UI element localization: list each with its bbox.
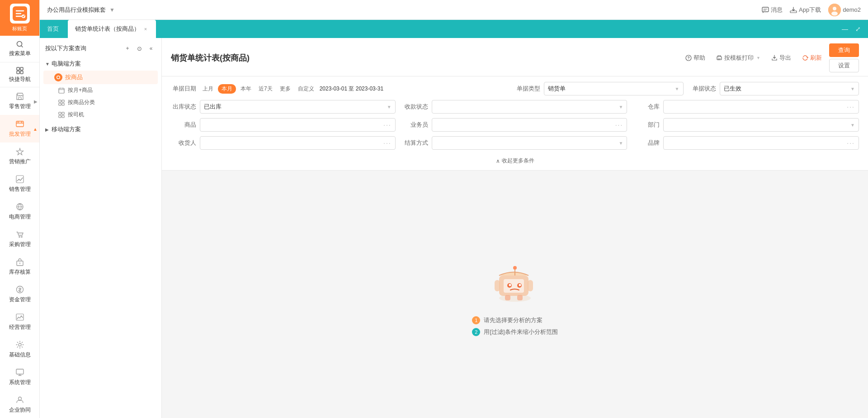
print-dropdown-icon[interactable]: ▼ bbox=[756, 56, 760, 60]
message-icon bbox=[762, 6, 769, 14]
date-label: 单据日期 bbox=[171, 85, 196, 93]
filter-date: 单据日期 上月 本月 本年 近7天 更多 自定义 2023-03-01 至 20… bbox=[171, 84, 508, 94]
sidebar-quick-nav[interactable]: 快捷导航 bbox=[0, 62, 39, 87]
category-label: 按商品分类 bbox=[68, 99, 95, 106]
filter-dept: 部门 ▼ bbox=[634, 118, 859, 132]
help-btn[interactable]: 帮助 bbox=[682, 52, 709, 64]
sidebar-search[interactable]: 搜索菜单 bbox=[0, 36, 39, 62]
system-icon bbox=[15, 368, 24, 377]
mobile-group-label: 移动端方案 bbox=[52, 125, 81, 133]
tab-bar-actions: — ⤢ bbox=[840, 24, 868, 34]
shortcut-custom[interactable]: 自定义 bbox=[295, 84, 317, 94]
user-name: demo2 bbox=[843, 6, 861, 13]
scheme-sub-item-month-goods[interactable]: 按月+商品 bbox=[43, 84, 158, 96]
tip-1-text: 请先选择要分析的方案 bbox=[484, 316, 542, 324]
collect-status-input[interactable]: ▼ bbox=[432, 100, 627, 114]
settle-arrow: ▼ bbox=[618, 141, 623, 146]
sidebar-menu: 零售管理 ▶ 批发管理 ▲ 营销推广 销售管理 bbox=[0, 87, 39, 418]
export-label: 导出 bbox=[779, 54, 791, 62]
shortcut-last-month[interactable]: 上月 bbox=[200, 84, 216, 94]
filter-consignee: 收货人 ··· bbox=[171, 136, 396, 150]
svg-point-54 bbox=[513, 266, 517, 270]
sidebar-item-corp[interactable]: 企业协同 bbox=[0, 391, 39, 418]
dept-label: 部门 bbox=[634, 121, 660, 129]
logo-icon bbox=[10, 4, 30, 24]
warehouse-input[interactable]: ··· bbox=[663, 100, 859, 114]
sidebar-item-wholesale[interactable]: 批发管理 ▲ bbox=[0, 115, 39, 142]
sidebar: 标账页 搜索菜单 快捷导航 零售管理 ▶ bbox=[0, 0, 40, 418]
sidebar-item-procurement[interactable]: 采购管理 bbox=[0, 225, 39, 253]
sidebar-item-marketing[interactable]: 营销推广 bbox=[0, 142, 39, 170]
svg-rect-37 bbox=[62, 103, 64, 105]
export-btn[interactable]: 导出 bbox=[768, 52, 795, 64]
tab-maximize-btn[interactable]: ⤢ bbox=[854, 24, 863, 34]
sidebar-item-retail[interactable]: 零售管理 ▶ bbox=[0, 87, 39, 115]
settings-button[interactable]: 设置 bbox=[829, 59, 859, 72]
empty-icon bbox=[488, 253, 542, 307]
retail-label: 零售管理 bbox=[9, 103, 31, 110]
panel-settings-btn[interactable]: ⊙ bbox=[134, 43, 144, 53]
query-button[interactable]: 查询 bbox=[829, 43, 859, 57]
finance-icon bbox=[15, 285, 24, 294]
print-btn[interactable]: 按模板打印 ▼ bbox=[712, 52, 764, 64]
sidebar-item-ecommerce[interactable]: 电商管理 bbox=[0, 198, 39, 225]
tab-minimize-btn[interactable]: — bbox=[840, 24, 850, 34]
sidebar-item-finance[interactable]: 资金管理 bbox=[0, 280, 39, 308]
sidebar-item-basic[interactable]: 基础信息 bbox=[0, 336, 39, 363]
consignee-dots: ··· bbox=[383, 139, 392, 147]
svg-rect-9 bbox=[16, 176, 24, 183]
salesperson-input[interactable]: ··· bbox=[432, 118, 627, 132]
panel-add-btn[interactable]: + bbox=[123, 43, 132, 53]
message-btn[interactable]: 消息 bbox=[762, 6, 783, 14]
tab-sales-stats[interactable]: 销货单统计表（按商品） × bbox=[68, 20, 156, 38]
date-range-value[interactable]: 2023-03-01 至 2023-03-31 bbox=[320, 85, 383, 93]
shortcut-this-year[interactable]: 本年 bbox=[238, 84, 254, 94]
download-icon bbox=[790, 6, 797, 14]
goods-input[interactable]: ··· bbox=[200, 118, 396, 132]
sidebar-item-system[interactable]: 系统管理 bbox=[0, 363, 39, 391]
consignee-input[interactable]: ··· bbox=[200, 136, 396, 150]
collapse-bar[interactable]: ∧ 收起更多条件 bbox=[171, 154, 859, 165]
app-download-btn[interactable]: App下载 bbox=[790, 6, 821, 14]
svg-rect-26 bbox=[762, 7, 769, 12]
scheme-sub-item-cashier[interactable]: 按司机 bbox=[43, 109, 158, 121]
doc-type-input[interactable]: 销货单 ▼ bbox=[544, 82, 684, 95]
user-profile[interactable]: demo2 bbox=[828, 4, 861, 16]
panel-collapse-btn[interactable]: « bbox=[146, 43, 156, 53]
tab-close-icon[interactable]: × bbox=[142, 26, 149, 32]
brand-input[interactable]: ··· bbox=[663, 136, 859, 150]
filter-row-1: 单据日期 上月 本月 本年 近7天 更多 自定义 2023-03-01 至 20… bbox=[171, 82, 859, 95]
empty-state: 1 请先选择要分析的方案 2 用[过滤]条件来缩小分析范围 bbox=[162, 171, 868, 418]
scheme-desktop-header[interactable]: ▼ 电脑端方案 bbox=[43, 57, 158, 71]
doc-type-value: 销货单 bbox=[548, 85, 566, 93]
refresh-btn[interactable]: 刷新 bbox=[798, 52, 826, 64]
left-panel: 按以下方案查询 + ⊙ « ▼ 电脑端方案 bbox=[40, 38, 162, 418]
shortcut-this-month[interactable]: 本月 bbox=[218, 84, 236, 94]
svg-point-32 bbox=[57, 76, 60, 79]
scheme-sub-item-category[interactable]: 按商品分类 bbox=[43, 96, 158, 109]
mobile-group-header[interactable]: ▶ 移动端方案 bbox=[40, 123, 161, 136]
filter-doc-type: 单据类型 销货单 ▼ bbox=[515, 82, 684, 95]
filter-row-2: 出库状态 已出库 ▼ 收款状态 ▼ 仓库 bbox=[171, 100, 859, 114]
dept-input[interactable]: ▼ bbox=[663, 118, 859, 132]
doc-type-arrow: ▼ bbox=[675, 86, 679, 91]
empty-tip-2: 2 用[过滤]条件来缩小分析范围 bbox=[472, 328, 557, 336]
sidebar-item-sales[interactable]: 销售管理 bbox=[0, 170, 39, 198]
sidebar-item-operations[interactable]: 经营管理 bbox=[0, 308, 39, 336]
svg-rect-17 bbox=[16, 369, 24, 374]
inventory-icon bbox=[15, 257, 24, 266]
settle-input[interactable]: ▼ bbox=[432, 136, 627, 150]
shortcut-more[interactable]: 更多 bbox=[277, 84, 293, 94]
svg-point-11 bbox=[19, 236, 19, 237]
breadcrumb-dropdown-icon[interactable]: ▼ bbox=[109, 7, 115, 13]
shortcut-7days[interactable]: 近7天 bbox=[256, 84, 275, 94]
scheme-item-by-goods[interactable]: 按商品 bbox=[43, 71, 158, 84]
inventory-label: 库存核算 bbox=[9, 268, 31, 276]
tab-home[interactable]: 首页 bbox=[40, 20, 66, 38]
doc-status-input[interactable]: 已生效 ▼ bbox=[720, 82, 859, 95]
content-area: 按以下方案查询 + ⊙ « ▼ 电脑端方案 bbox=[40, 38, 868, 418]
logo[interactable]: 标账页 bbox=[0, 0, 39, 36]
out-status-input[interactable]: 已出库 ▼ bbox=[200, 100, 396, 114]
basic-icon bbox=[15, 340, 24, 349]
sidebar-item-inventory[interactable]: 库存核算 bbox=[0, 253, 39, 280]
